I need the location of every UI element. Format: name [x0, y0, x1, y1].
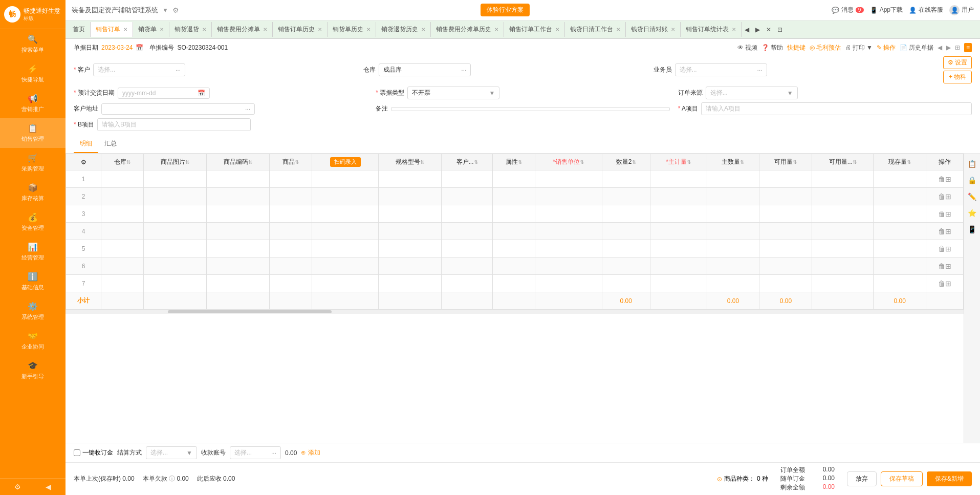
col-settings[interactable]: ⚙: [66, 154, 101, 170]
b-project-input[interactable]: 请输入B项目: [97, 118, 251, 131]
warehouse-dots[interactable]: ···: [461, 67, 466, 74]
next-record-icon[interactable]: ▶: [946, 44, 951, 51]
delete-btn[interactable]: 🗑: [938, 245, 945, 253]
sort-icon[interactable]: ⇅: [907, 159, 911, 165]
calendar-icon[interactable]: 📅: [136, 44, 143, 51]
scan-btn[interactable]: 扫码录入: [330, 157, 361, 167]
content-tab-明细[interactable]: 明细: [74, 135, 98, 153]
sidebar-item-基础信息[interactable]: ℹ️基础信息: [0, 267, 66, 296]
copy-btn[interactable]: ⊞: [945, 175, 951, 183]
tab-销货单历史[interactable]: 销货单历史✕: [328, 22, 376, 37]
sort-icon[interactable]: ⇅: [420, 159, 424, 165]
sort-icon[interactable]: ⇅: [793, 159, 797, 165]
account-select[interactable]: 选择... ···: [230, 446, 281, 459]
sidebar-item-营销推广[interactable]: 📢营销推广: [0, 89, 66, 118]
grid-view-icon[interactable]: ⊞: [955, 44, 960, 51]
tab-钱货日清对账[interactable]: 钱货日清对账✕: [626, 22, 681, 37]
tab-销售订单统计表[interactable]: 销售订单统计表✕: [681, 22, 742, 37]
discard-btn[interactable]: 放弃: [847, 471, 877, 486]
delete-btn[interactable]: 🗑: [938, 210, 945, 218]
tab-close-icon[interactable]: ✕: [671, 27, 675, 32]
tab-nav-btn-0[interactable]: ◀: [742, 24, 752, 35]
list-view-icon[interactable]: ≡: [964, 43, 972, 52]
tab-nav-btn-2[interactable]: ✕: [763, 24, 774, 35]
tab-销售订单[interactable]: 销售订单✕: [91, 22, 133, 37]
sidebar-item-经营管理[interactable]: 📊经营管理: [0, 237, 66, 267]
add-item-btn[interactable]: + 物料: [943, 71, 972, 83]
account-dots[interactable]: ···: [271, 449, 276, 457]
staff-input[interactable]: 选择... ···: [675, 63, 767, 76]
tab-close-icon[interactable]: ✕: [160, 27, 164, 32]
address-dots[interactable]: ···: [245, 105, 250, 113]
user-btn[interactable]: 👤 用户: [949, 5, 974, 15]
system-dropdown-icon[interactable]: ▼: [162, 7, 168, 14]
sidebar-item-销售管理[interactable]: 📋销售管理: [0, 118, 66, 148]
col-action[interactable]: 操作: [926, 154, 964, 170]
right-panel-icon-4[interactable]: 📱: [966, 223, 978, 235]
delivery-input[interactable]: yyyy-mm-dd 📅: [118, 88, 210, 99]
tab-销售订单历史[interactable]: 销售订单历史✕: [273, 22, 328, 37]
right-panel-icon-1[interactable]: 🔒: [966, 174, 978, 186]
collapse-icon[interactable]: ◀: [46, 483, 51, 491]
tab-close-icon[interactable]: ✕: [263, 27, 267, 32]
tab-close-icon[interactable]: ✕: [494, 27, 498, 32]
tab-close-icon[interactable]: ✕: [616, 27, 620, 32]
history-btn[interactable]: 📄 历史单据: [900, 44, 933, 52]
settings-side-btn[interactable]: ⚙ 设置: [943, 56, 972, 69]
prev-record-icon[interactable]: ◀: [938, 44, 942, 51]
horizontal-scrollbar[interactable]: [66, 310, 964, 314]
sort-icon[interactable]: ⇅: [518, 159, 522, 165]
scrollbar-thumb[interactable]: [168, 310, 332, 313]
sort-icon[interactable]: ⇅: [687, 159, 691, 165]
order-source-input[interactable]: 选择... ▼: [706, 87, 798, 99]
sidebar-item-快捷导航[interactable]: ⚡快捷导航: [0, 59, 66, 89]
tab-close-icon[interactable]: ✕: [555, 27, 559, 32]
warehouse-input[interactable]: 成品库 ···: [379, 63, 471, 76]
notes-input[interactable]: [391, 107, 669, 111]
save-draft-btn[interactable]: 保存草稿: [881, 471, 923, 486]
delete-btn[interactable]: 🗑: [938, 192, 945, 201]
cell-action[interactable]: 🗑⊞: [926, 240, 964, 257]
tab-close-icon[interactable]: ✕: [421, 27, 425, 32]
tab-销货退货[interactable]: 销货退货✕: [169, 22, 212, 37]
tab-钱货日清工作台[interactable]: 钱货日清工作台✕: [565, 22, 626, 37]
profit-btn[interactable]: ◎ 毛利预估: [810, 44, 841, 52]
tab-销货退货历史[interactable]: 销货退货历史✕: [376, 22, 431, 37]
sidebar-item-系统管理[interactable]: ⚙️系统管理: [0, 296, 66, 326]
content-tab-汇总[interactable]: 汇总: [98, 135, 123, 153]
settings-icon[interactable]: ⚙: [14, 483, 21, 491]
message-btn[interactable]: 💬 消息 9: [832, 6, 864, 14]
cell-action[interactable]: 🗑⊞: [926, 205, 964, 223]
tab-close-icon[interactable]: ✕: [123, 27, 127, 32]
copy-btn[interactable]: ⊞: [945, 245, 951, 253]
right-panel-icon-2[interactable]: ✏️: [966, 190, 978, 203]
customer-input[interactable]: 选择... ···: [93, 63, 185, 76]
sidebar-item-库存核算[interactable]: 📦库存核算: [0, 178, 66, 207]
sidebar-item-资金管理[interactable]: 💰资金管理: [0, 207, 66, 237]
settings-gear-icon[interactable]: ⚙: [172, 6, 179, 14]
info-icon[interactable]: ⓘ: [169, 475, 175, 482]
delete-btn[interactable]: 🗑: [938, 262, 945, 270]
address-input[interactable]: ···: [101, 103, 255, 115]
delete-btn[interactable]: 🗑: [938, 227, 945, 235]
one-click-checkbox[interactable]: 一键收订金: [74, 448, 113, 457]
a-project-input[interactable]: 请输入A项目: [701, 102, 972, 115]
date-value[interactable]: 2023-03-24: [101, 44, 133, 51]
save-new-btn[interactable]: 保存&新增: [927, 471, 972, 486]
sidebar-item-新手引导[interactable]: 🎓新手引导: [0, 356, 66, 385]
sidebar-item-采购管理[interactable]: 🛒采购管理: [0, 148, 66, 178]
tab-close-icon[interactable]: ✕: [366, 27, 371, 32]
sort-icon[interactable]: ⇅: [295, 159, 299, 165]
copy-btn[interactable]: ⊞: [945, 210, 951, 218]
sort-icon[interactable]: ⇅: [740, 159, 744, 165]
customer-dots[interactable]: ···: [176, 67, 181, 74]
search-products-icon[interactable]: ⊙: [717, 476, 722, 483]
shortcut-btn[interactable]: 快捷键: [787, 44, 805, 52]
tab-close-icon[interactable]: ✕: [318, 27, 322, 32]
industry-btn[interactable]: 体验行业方案: [481, 4, 530, 16]
sort-icon[interactable]: ⇅: [632, 159, 636, 165]
tab-nav-btn-3[interactable]: ⊡: [774, 24, 786, 35]
app-download-btn[interactable]: 📱 App下载: [870, 6, 903, 14]
online-service-btn[interactable]: 👤 在线客服: [909, 6, 943, 14]
view-btn[interactable]: 👁 视频: [737, 44, 757, 52]
